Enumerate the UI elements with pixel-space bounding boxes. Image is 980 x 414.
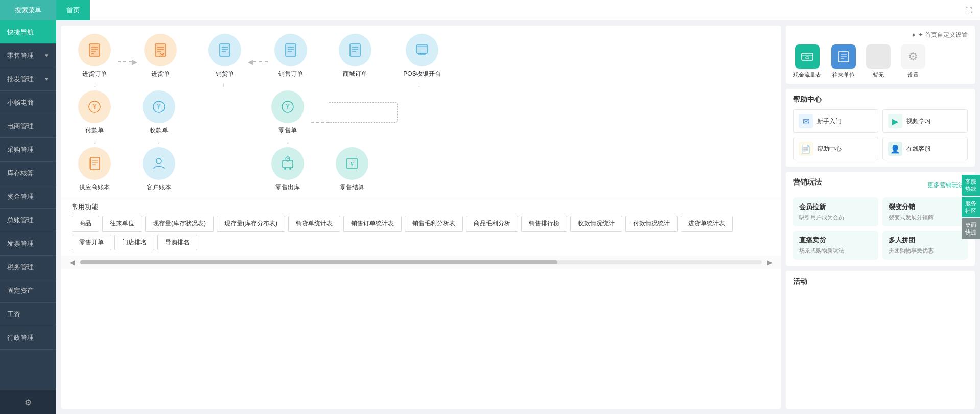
float-btn-shortcut[interactable]: 桌面快捷 [962, 218, 980, 239]
node-sales-bill[interactable]: 销货单 [202, 34, 248, 78]
sidebar-item-wholesale[interactable]: 批发管理 ▼ [0, 67, 56, 91]
sidebar-item-label: 工资 [7, 310, 20, 319]
marketing-item-fission[interactable]: 裂变分销 裂变式发展分销商 [882, 197, 968, 226]
sidebar-item-ecommerce[interactable]: 电商管理 [0, 114, 56, 138]
node-icon [143, 147, 175, 180]
marketing-item-title: 多人拼团 [889, 236, 962, 245]
func-btn-stock1[interactable]: 现存量(库存状况表) [145, 216, 214, 232]
search-menu-btn[interactable]: 搜索菜单 [0, 0, 56, 20]
scroll-right-arrow[interactable]: ▶ [764, 257, 776, 267]
func-btn-contacts[interactable]: 往来单位 [102, 216, 142, 232]
node-customer-book[interactable]: 客户账本 [136, 147, 182, 192]
help-item-help[interactable]: 📄 帮助中心 [793, 137, 878, 160]
marketing-item-group[interactable]: 多人拼团 拼团购物享受优惠 [882, 231, 968, 260]
marketing-item-live[interactable]: 直播卖货 场景式购物新玩法 [793, 231, 878, 260]
sidebar-settings-btn[interactable]: ⚙ [0, 390, 56, 414]
help-item-video[interactable]: ▶ 视频学习 [882, 109, 968, 133]
sidebar-item-payroll[interactable]: 工资 [0, 303, 56, 326]
scroll-left-arrow[interactable]: ◀ [66, 257, 78, 267]
func-btn-purchase-stat[interactable]: 进货单统计表 [681, 216, 733, 232]
node-icon: ¥ [336, 147, 368, 180]
main-panel: 进货订单 ▶ [61, 26, 781, 409]
node-mall-order[interactable]: 商城订单 [332, 34, 378, 78]
sidebar-item-label: 小畅电商 [7, 98, 34, 107]
activity-title: 活动 [793, 277, 968, 286]
sidebar-item-assets[interactable]: 固定资产 [0, 279, 56, 303]
node-purchase-order[interactable]: 进货订单 [72, 34, 118, 78]
node-retail-settlement[interactable]: ¥ 零售结算 [329, 147, 375, 192]
home-tab[interactable]: 首页 [56, 0, 90, 20]
quick-icon-none[interactable]: 暂无 [866, 44, 891, 79]
sidebar-item-quicknav[interactable]: 快捷导航 [0, 20, 56, 44]
func-btn-goods[interactable]: 商品 [72, 216, 99, 232]
node-label: 销货单 [216, 70, 234, 78]
quick-access-header: ✦ ✦ 首页自定义设置 [793, 31, 968, 39]
help-item-beginner[interactable]: ✉ 新手入门 [793, 109, 878, 133]
quick-icon-cashflow[interactable]: 现金流量表 [793, 44, 821, 79]
node-pos[interactable]: POS收银开台 [396, 34, 448, 78]
chevron-down-icon: ▼ [44, 76, 49, 82]
func-btn-sales-stat[interactable]: 销货单统计表 [288, 216, 340, 232]
node-label: 零售出库 [275, 183, 300, 192]
common-functions-title: 常用功能 [72, 202, 771, 212]
node-sales-order[interactable]: 销售订单 [268, 34, 314, 78]
sidebar-item-ledger[interactable]: 总账管理 [0, 209, 56, 232]
func-btn-receipt-stat[interactable]: 收款情况统计 [570, 216, 622, 232]
help-item-service[interactable]: 👤 在线客服 [882, 137, 968, 160]
func-btn-payment-stat[interactable]: 付款情况统计 [625, 216, 678, 232]
sidebar-item-retail[interactable]: 零售管理 ▼ [0, 44, 56, 67]
float-btn-service[interactable]: 客服热线 [962, 175, 980, 196]
sidebar-item-label: 发票管理 [7, 239, 34, 248]
node-purchase-bill[interactable]: 进货单 [137, 34, 183, 78]
func-btn-stock2[interactable]: 现存量(库存分布表) [217, 216, 285, 232]
svg-rect-35 [90, 157, 100, 170]
sidebar-item-label: 零售管理 [7, 51, 34, 60]
node-retail-bill[interactable]: ¥ 零售单 [265, 90, 311, 135]
doc-icon: 📄 [799, 142, 813, 156]
quick-icon-label: 设置 [907, 71, 919, 79]
quick-icon-contacts[interactable]: 往来单位 [831, 44, 856, 79]
node-icon: ¥ [271, 90, 304, 123]
func-btn-salesorder-stat[interactable]: 销售订单统计表 [343, 216, 402, 232]
func-btn-ranking[interactable]: 销售排行榜 [521, 216, 567, 232]
quick-icon-settings[interactable]: ⚙ 设置 [901, 44, 925, 79]
sidebar-item-invoice[interactable]: 发票管理 [0, 232, 56, 256]
func-btn-guide-ranking[interactable]: 导购排名 [157, 235, 197, 250]
content-area: 进货订单 ▶ [56, 20, 980, 414]
fullscreen-button[interactable]: ⛶ [963, 4, 975, 16]
node-label: 供应商账本 [79, 183, 110, 192]
top-bar-right: ⛶ [963, 4, 980, 16]
sidebar-item-ecommsmall[interactable]: 小畅电商 [0, 91, 56, 114]
sidebar-item-tax[interactable]: 税务管理 [0, 256, 56, 279]
node-payment[interactable]: ¥ 付款单 [72, 90, 118, 135]
activity-panel: 活动 [786, 271, 975, 409]
play-icon: ▶ [888, 114, 902, 128]
sidebar-item-admin[interactable]: 行政管理 [0, 326, 56, 350]
func-btn-store-ranking[interactable]: 门店排名 [114, 235, 154, 250]
help-item-label: 帮助中心 [817, 145, 842, 153]
node-retail-outbound[interactable]: 零售出库 [265, 147, 311, 192]
func-btn-goods-gross[interactable]: 商品毛利分析 [466, 216, 518, 232]
marketing-item-member[interactable]: 会员拉新 吸引用户成为会员 [793, 197, 878, 226]
horizontal-scrollbar[interactable]: ◀ ▶ [61, 256, 781, 269]
scroll-track[interactable] [80, 260, 762, 264]
svg-text:¥: ¥ [157, 103, 161, 111]
sidebar-item-finance[interactable]: 资金管理 [0, 185, 56, 209]
marketing-item-desc: 场景式购物新玩法 [799, 247, 872, 255]
right-panel: ✦ ✦ 首页自定义设置 现金流量表 [786, 26, 975, 409]
node-icon [339, 34, 371, 66]
func-btn-retail-order[interactable]: 零售开单 [72, 235, 111, 250]
node-supplier-book[interactable]: 供应商账本 [72, 147, 118, 192]
func-btn-gross[interactable]: 销售毛利分析表 [405, 216, 463, 232]
svg-text:¥: ¥ [351, 160, 354, 168]
sidebar-item-label: 电商管理 [7, 122, 34, 131]
node-icon [208, 34, 241, 66]
float-btn-community[interactable]: 服务社区 [962, 197, 980, 218]
sidebar-item-label: 采购管理 [7, 145, 34, 154]
customize-homepage-btn[interactable]: ✦ ✦ 首页自定义设置 [911, 31, 968, 39]
sidebar-item-label: 批发管理 [7, 75, 34, 84]
node-label: 进货订单 [82, 70, 107, 78]
sidebar-item-purchase[interactable]: 采购管理 [0, 138, 56, 162]
node-receipt[interactable]: ¥ 收款单 [136, 90, 182, 135]
sidebar-item-inventory[interactable]: 库存核算 [0, 162, 56, 185]
